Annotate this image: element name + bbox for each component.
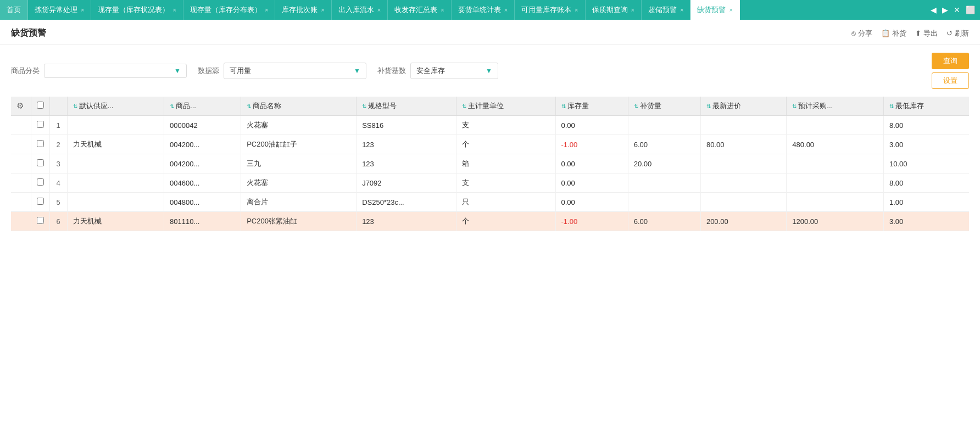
sort-icon: ⇅ bbox=[706, 103, 711, 109]
tab-inventory-dist[interactable]: 现存量（库存分布表） × bbox=[183, 0, 275, 20]
table-body: 1 0000042 火花塞 SS816 支 0.00 8.00 2 力天机械 0… bbox=[11, 116, 969, 231]
table-row: 6 力天机械 801110... PC200张紧油缸 123 个 -1.00 6… bbox=[11, 212, 969, 231]
th-product-code: ⇅ 商品... bbox=[164, 97, 241, 116]
row-stock-qty: -1.00 bbox=[555, 135, 628, 154]
category-chevron-icon: ▼ bbox=[174, 67, 181, 75]
tab-home[interactable]: 首页 bbox=[0, 0, 28, 20]
row-checkbox-0[interactable] bbox=[37, 121, 44, 128]
row-number: 4 bbox=[49, 173, 67, 193]
table-row: 1 0000042 火花塞 SS816 支 0.00 8.00 bbox=[11, 116, 969, 135]
row-est-purchase bbox=[787, 193, 884, 212]
row-checkbox-1[interactable] bbox=[37, 140, 44, 147]
tab-stockout[interactable]: 缺货预警 × bbox=[691, 0, 739, 20]
th-spec: ⇅ 规格型号 bbox=[357, 97, 456, 116]
tab-close-inv-dist[interactable]: × bbox=[265, 7, 268, 13]
tab-overstock[interactable]: 超储预警 × bbox=[642, 0, 691, 20]
row-unit: 支 bbox=[456, 116, 555, 135]
row-unit: 个 bbox=[456, 135, 555, 154]
page-title: 缺货预警 bbox=[11, 27, 46, 39]
sort-icon: ⇅ bbox=[889, 103, 894, 109]
row-unit: 个 bbox=[456, 212, 555, 231]
tab-close-ledger[interactable]: × bbox=[575, 7, 578, 13]
tab-close-defect[interactable]: × bbox=[81, 7, 84, 13]
filter-actions: 查询 设置 bbox=[932, 53, 969, 89]
th-checkbox bbox=[31, 97, 49, 116]
refresh-button[interactable]: ↺ 刷新 bbox=[946, 29, 969, 38]
refresh-icon: ↺ bbox=[946, 29, 953, 37]
tab-close-inout[interactable]: × bbox=[377, 7, 381, 13]
th-est-purchase: ⇅ 预计采购... bbox=[787, 97, 884, 116]
row-latest-price bbox=[700, 154, 786, 173]
share-button[interactable]: ⎋ 分享 bbox=[851, 29, 872, 38]
row-min-stock: 3.00 bbox=[883, 212, 969, 231]
row-gear-cell bbox=[11, 173, 31, 193]
tab-prev-button[interactable]: ◀ bbox=[928, 0, 939, 20]
datasource-select[interactable]: 可用量 ▼ bbox=[224, 63, 366, 79]
row-stock-qty: 0.00 bbox=[555, 193, 628, 212]
tab-batch-account[interactable]: 库存批次账 × bbox=[275, 0, 331, 20]
tab-next-button[interactable]: ▶ bbox=[939, 0, 951, 20]
row-default-supplier: 力天机械 bbox=[67, 212, 164, 231]
row-gear-cell bbox=[11, 154, 31, 173]
tab-defect-handling[interactable]: 拣货异常处理 × bbox=[28, 0, 91, 20]
tab-expiry-query[interactable]: 保质期查询 × bbox=[586, 0, 642, 20]
row-min-stock: 10.00 bbox=[883, 154, 969, 173]
row-product-name: PC200油缸缸子 bbox=[241, 135, 357, 154]
tab-close-overstock[interactable]: × bbox=[680, 7, 683, 13]
th-latest-price: ⇅ 最新进价 bbox=[700, 97, 786, 116]
replenish-base-filter-group: 补货基数 安全库存 ▼ bbox=[377, 63, 498, 79]
table-container: ⚙ ⇅ 默认供应... ⇅ 商 bbox=[0, 97, 980, 231]
tab-close-order[interactable]: × bbox=[504, 7, 508, 13]
tab-available-ledger[interactable]: 可用量库存账本 × bbox=[515, 0, 585, 20]
tab-close-stockout[interactable]: × bbox=[729, 7, 732, 13]
row-latest-price: 200.00 bbox=[700, 212, 786, 231]
sort-icon: ⇅ bbox=[170, 103, 174, 109]
category-label: 商品分类 bbox=[11, 66, 40, 76]
tab-inout-flow[interactable]: 出入库流水 × bbox=[332, 0, 388, 20]
th-gear: ⚙ bbox=[11, 97, 31, 116]
row-checkbox-3[interactable] bbox=[37, 178, 44, 186]
row-checkbox-4[interactable] bbox=[37, 198, 44, 205]
row-default-supplier bbox=[67, 116, 164, 135]
table-row: 5 004800... 离合片 DS250*23c... 只 0.00 1.00 bbox=[11, 193, 969, 212]
row-checkbox-5[interactable] bbox=[37, 217, 44, 224]
row-checkbox-cell bbox=[31, 116, 49, 135]
tab-close-expiry[interactable]: × bbox=[631, 7, 634, 13]
sort-icon: ⇅ bbox=[634, 103, 638, 109]
replenish-base-select[interactable]: 安全库存 ▼ bbox=[410, 63, 498, 79]
row-est-purchase bbox=[787, 116, 884, 135]
settings-button[interactable]: 设置 bbox=[932, 72, 969, 89]
category-select[interactable]: ▼ bbox=[44, 64, 187, 78]
row-unit: 支 bbox=[456, 173, 555, 193]
row-product-code: 004200... bbox=[164, 154, 241, 173]
table-row: 2 力天机械 004200... PC200油缸缸子 123 个 -1.00 6… bbox=[11, 135, 969, 154]
row-gear-cell bbox=[11, 193, 31, 212]
row-product-name: 三九 bbox=[241, 154, 357, 173]
tab-close-batch[interactable]: × bbox=[321, 7, 324, 13]
tab-close-receive[interactable]: × bbox=[441, 7, 444, 13]
replenish-base-value: 安全库存 bbox=[416, 66, 445, 76]
tab-receive-summary[interactable]: 收发存汇总表 × bbox=[388, 0, 451, 20]
row-default-supplier bbox=[67, 173, 164, 193]
gear-icon[interactable]: ⚙ bbox=[16, 101, 24, 110]
replenish-button[interactable]: 📋 补货 bbox=[881, 29, 906, 38]
row-product-code: 0000042 bbox=[164, 116, 241, 135]
select-all-checkbox[interactable] bbox=[37, 102, 44, 109]
tab-order-stats[interactable]: 要货单统计表 × bbox=[452, 0, 515, 20]
table-row: 4 004600... 火花塞 J7092 支 0.00 8.00 bbox=[11, 173, 969, 193]
tab-expand-button[interactable]: ⬜ bbox=[963, 0, 978, 20]
row-checkbox-2[interactable] bbox=[37, 159, 44, 166]
sort-icon: ⇅ bbox=[561, 103, 566, 109]
row-product-name: 离合片 bbox=[241, 193, 357, 212]
query-button[interactable]: 查询 bbox=[932, 53, 969, 69]
row-number: 3 bbox=[49, 154, 67, 173]
export-icon: ⬆ bbox=[915, 29, 921, 37]
export-button[interactable]: ⬆ 导出 bbox=[915, 29, 938, 38]
tab-close-inv-status[interactable]: × bbox=[172, 7, 176, 13]
row-latest-price bbox=[700, 193, 786, 212]
tab-inventory-status[interactable]: 现存量（库存状况表） × bbox=[91, 0, 183, 20]
row-est-purchase: 480.00 bbox=[787, 135, 884, 154]
tab-close-all-button[interactable]: ✕ bbox=[951, 0, 963, 20]
sort-icon: ⇅ bbox=[792, 103, 797, 109]
row-est-purchase bbox=[787, 173, 884, 193]
